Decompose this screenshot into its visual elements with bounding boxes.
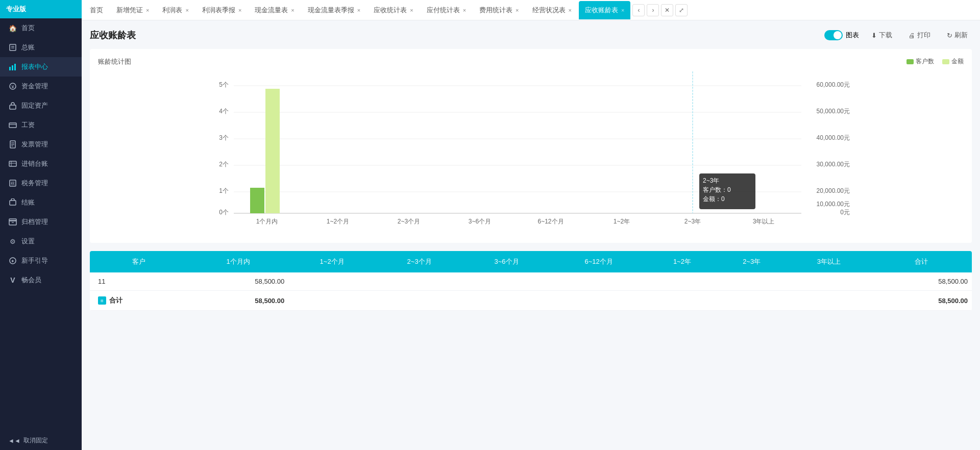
legend-customer-count: 客户数 — [906, 57, 934, 66]
tab-close-icon[interactable]: × — [238, 7, 241, 13]
print-button[interactable]: 🖨 打印 — [904, 29, 935, 42]
legend-label-amount: 金额 — [951, 57, 964, 66]
sidebar-item-invoice[interactable]: 发票管理 — [0, 135, 82, 154]
svg-text:5个: 5个 — [219, 81, 229, 88]
col-m3-6: 3~6个月 — [463, 251, 550, 272]
sidebar-item-home[interactable]: 🏠 首页 — [0, 18, 82, 38]
bar-amount-0 — [265, 89, 280, 213]
tab-scroll-left[interactable]: ‹ — [632, 4, 645, 16]
tab-ar-stat[interactable]: 应收统计表 × — [368, 1, 419, 19]
tab-cashflow-quarter[interactable]: 现金流量表季报 × — [302, 1, 366, 19]
tab-profit-quarter[interactable]: 利润表季报 × — [196, 1, 248, 19]
svg-text:2~3年: 2~3年 — [703, 177, 719, 184]
guide-icon: ✦ — [8, 256, 17, 265]
tab-close-icon[interactable]: × — [146, 7, 149, 13]
tab-close-icon[interactable]: × — [291, 7, 294, 13]
tab-close-icon[interactable]: × — [621, 7, 624, 13]
tab-close-icon[interactable]: × — [516, 7, 519, 13]
col-m2-3: 2~3个月 — [376, 251, 463, 272]
toggle-label: 图表 — [846, 31, 859, 40]
sidebar-item-sales[interactable]: 进销台账 — [0, 154, 82, 173]
sidebar-item-capital[interactable]: ¥ 资金管理 — [0, 77, 82, 96]
download-label: 下载 — [879, 31, 892, 40]
chart-toggle[interactable]: 图表 — [824, 30, 859, 40]
sidebar-item-salary[interactable]: 工资 — [0, 115, 82, 135]
sidebar-item-close[interactable]: 结账 — [0, 193, 82, 212]
home-icon: 🏠 — [8, 23, 17, 33]
toggle-thumb — [834, 31, 842, 39]
total-y2-3 — [717, 291, 787, 311]
legend-color-amount — [942, 59, 949, 64]
toggle-track[interactable] — [824, 30, 843, 40]
svg-text:客户数：0: 客户数：0 — [703, 186, 731, 193]
archive-icon — [8, 217, 17, 227]
assets-icon — [8, 101, 17, 110]
svg-text:40,000.00元: 40,000.00元 — [817, 134, 850, 141]
svg-text:税: 税 — [11, 181, 15, 186]
tab-close-icon[interactable]: × — [185, 7, 188, 13]
sidebar-item-ledger[interactable]: 总账 — [0, 38, 82, 57]
svg-text:0元: 0元 — [840, 209, 850, 216]
total-label-wrapper: ≡ 合计 — [98, 296, 184, 305]
salary-icon — [8, 120, 17, 130]
tab-ar-aging[interactable]: 应收账龄表 × — [579, 1, 630, 19]
cell-m1: 58,500.00 — [188, 272, 288, 291]
legend-color-customer — [906, 59, 914, 64]
svg-text:6~12个月: 6~12个月 — [537, 218, 564, 225]
tab-profit[interactable]: 利润表 × — [156, 1, 194, 19]
svg-text:0个: 0个 — [219, 209, 229, 216]
sidebar-item-assets[interactable]: 固定资产 — [0, 96, 82, 115]
sidebar-logo: 专业版 — [0, 0, 82, 18]
refresh-button[interactable]: ↻ 刷新 — [943, 29, 972, 42]
collapse-icon: ◄◄ — [8, 437, 20, 444]
total-m1-2 — [288, 291, 376, 311]
sidebar-item-vip[interactable]: V 畅会员 — [0, 270, 82, 290]
tab-close-icon[interactable]: × — [357, 7, 360, 13]
tab-ap-stat[interactable]: 应付统计表 × — [421, 1, 472, 19]
ledger-icon — [8, 43, 17, 52]
col-m1: 1个月内 — [188, 251, 288, 272]
total-m3-6 — [463, 291, 550, 311]
tab-close-icon[interactable]: × — [569, 7, 572, 13]
main-area: 首页 新增凭证 × 利润表 × 利润表季报 × 现金流量表 × 现金流量表季报 … — [82, 0, 980, 450]
download-icon: ⬇ — [871, 32, 877, 39]
sidebar-item-tax[interactable]: 税 税务管理 — [0, 173, 82, 193]
tab-business-stat[interactable]: 经营状况表 × — [526, 1, 578, 19]
sidebar-item-label: 结账 — [21, 198, 35, 207]
print-label: 打印 — [917, 31, 930, 40]
sidebar-item-label: 税务管理 — [21, 179, 48, 188]
tab-label: 新增凭证 — [116, 6, 143, 15]
svg-text:金额：0: 金额：0 — [703, 195, 725, 203]
tab-voucher[interactable]: 新增凭证 × — [110, 1, 155, 19]
sidebar-item-settings[interactable]: ⚙ 设置 — [0, 232, 82, 251]
tab-close-all[interactable]: ✕ — [661, 4, 673, 16]
tab-expense-stat[interactable]: 费用统计表 × — [473, 1, 525, 19]
total-icon: ≡ — [98, 296, 106, 305]
cell-customer: 11 — [90, 272, 188, 291]
tab-close-icon[interactable]: × — [410, 7, 413, 13]
tab-close-icon[interactable]: × — [463, 7, 466, 13]
tab-expand[interactable]: ⤢ — [675, 4, 688, 16]
sidebar-item-guide[interactable]: ✦ 新手引导 — [0, 251, 82, 270]
sidebar-item-reports[interactable]: 报表中心 — [0, 57, 82, 77]
legend-amount: 金额 — [942, 57, 964, 66]
tab-home[interactable]: 首页 — [84, 1, 109, 19]
svg-text:1~2个月: 1~2个月 — [327, 218, 349, 225]
sidebar-item-archive[interactable]: 归档管理 — [0, 212, 82, 232]
svg-text:60,000.00元: 60,000.00元 — [817, 81, 850, 88]
chart-title: 账龄统计图 — [98, 57, 964, 66]
svg-text:1~2年: 1~2年 — [614, 218, 630, 225]
sidebar-item-label: 报表中心 — [21, 62, 48, 71]
svg-rect-9 — [9, 123, 16, 128]
tab-cashflow[interactable]: 现金流量表 × — [249, 1, 300, 19]
svg-text:30,000.00元: 30,000.00元 — [817, 161, 850, 168]
tab-label: 利润表 — [162, 6, 182, 15]
sidebar-collapse-btn[interactable]: ◄◄ 取消固定 — [0, 431, 82, 450]
cell-total: 58,500.00 — [871, 272, 972, 291]
col-total: 合计 — [871, 251, 972, 272]
svg-rect-22 — [9, 219, 16, 221]
tab-scroll-right[interactable]: › — [647, 4, 659, 16]
svg-text:✦: ✦ — [11, 259, 15, 264]
cell-y1-2 — [647, 272, 717, 291]
download-button[interactable]: ⬇ 下载 — [867, 29, 896, 42]
